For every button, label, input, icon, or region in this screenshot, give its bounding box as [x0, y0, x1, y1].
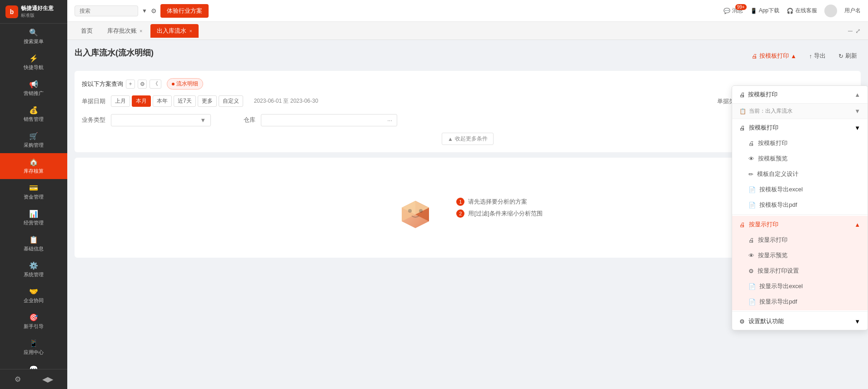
warehouse-dots[interactable]: ··· — [387, 117, 392, 124]
tab-home[interactable]: 首页 — [75, 24, 99, 38]
footer-settings-icon[interactable]: ⚙ — [15, 375, 21, 384]
operations-icon: 📊 — [29, 209, 38, 218]
sidebar-item-label-operations: 经营管理 — [24, 219, 44, 226]
dropdown-section-display-title: 🖨 按显示打印 — [739, 220, 778, 229]
export-button[interactable]: ↑ 导出 — [806, 50, 830, 62]
dropdown-item-template-pdf[interactable]: 📄 按模板导出pdf — [732, 197, 868, 213]
sidebar-item-finance[interactable]: 💳 资金管理 — [0, 179, 67, 205]
sidebar-item-basic[interactable]: 📋 基础信息 — [0, 231, 67, 257]
tab-home-label: 首页 — [81, 27, 93, 35]
topbar-gear-icon[interactable]: ⚙ — [151, 7, 157, 15]
active-filter-tag[interactable]: 流水明细 — [167, 78, 203, 90]
refresh-button[interactable]: ↻ 刷新 — [835, 50, 861, 62]
dropdown-header-title: 🖨 按模板打印 — [739, 90, 778, 99]
filter-settings-button[interactable]: ⚙ — [138, 80, 147, 89]
sidebar-item-label-shortcut: 快捷导航 — [24, 64, 44, 71]
sidebar-item-marketing[interactable]: 📢 营销推广 — [0, 75, 67, 101]
footer-collapse-icon[interactable]: ◀▶ — [42, 375, 53, 384]
tab-minimize-icon[interactable]: ─ — [848, 27, 853, 35]
shortcut-icon: ⚡ — [29, 54, 38, 63]
dropdown-item-display-preview-label: 按显示预览 — [758, 251, 788, 259]
sidebar-menu: 🔍 搜索菜单 ⚡ 快捷导航 📢 营销推广 💰 销售管理 🛒 采购管理 🏠 库存核… — [0, 24, 67, 369]
sidebar-item-shortcut[interactable]: ⚡ 快捷导航 — [0, 50, 67, 75]
warehouse-select[interactable]: ··· — [261, 114, 397, 126]
date-label: 单据日期 — [82, 97, 105, 105]
topbar-app-download[interactable]: 📱 App下载 — [750, 7, 779, 15]
dropdown-section-default-header[interactable]: ⚙ 设置默认功能 ▼ — [732, 314, 868, 329]
sidebar-item-search[interactable]: 🔍 搜索菜单 — [0, 24, 67, 50]
sidebar-item-sales[interactable]: 💰 销售管理 — [0, 101, 67, 127]
page-title: 出入库流水(流水明细) — [75, 47, 154, 58]
date-btn-this-year[interactable]: 本年 — [153, 95, 172, 107]
date-btn-more[interactable]: 更多 — [198, 95, 217, 107]
business-type-select[interactable]: ▼ — [111, 114, 211, 126]
dropdown-item-display-excel[interactable]: 📄 按显示导出excel — [732, 279, 868, 294]
topbar-message[interactable]: 💬 消息 99+ — [723, 7, 743, 15]
sidebar-item-guide[interactable]: 🎯 新手引导 — [0, 309, 67, 334]
dropdown-item-template-customize-icon: ✏ — [748, 171, 753, 178]
dropdown-item-template-customize[interactable]: ✏ 模板自定义设计 — [732, 166, 868, 182]
print-template-label: 按模板打印 — [759, 52, 789, 60]
dropdown-item-template-print-icon: 🖨 — [748, 140, 754, 147]
service-icon: 🎧 — [787, 8, 793, 14]
topbar-dropdown-chevron[interactable]: ▼ — [142, 8, 147, 14]
basic-icon: 📋 — [29, 235, 38, 244]
tab-expand-icon[interactable]: ⤢ — [855, 27, 861, 35]
date-range-text: 2023-06-01 至 2023-06-30 — [254, 97, 318, 105]
dropdown-current-chevron[interactable]: ▼ — [854, 108, 860, 115]
add-filter-button[interactable]: ＋ — [126, 80, 135, 89]
sidebar-item-cooperation[interactable]: 🤝 企业协同 — [0, 283, 67, 309]
sidebar-item-label-marketing: 营销推广 — [24, 90, 44, 97]
dropdown-item-display-preview[interactable]: 👁 按显示预览 — [732, 248, 868, 263]
dropdown-item-template-preview[interactable]: 👁 按模板预览 — [732, 151, 868, 166]
tab-batch-ledger[interactable]: 库存批次账 × — [101, 24, 149, 38]
template-section-icon: 🖨 — [739, 125, 745, 131]
dropdown-item-template-excel-icon: 📄 — [748, 186, 756, 193]
dropdown-chevron-up[interactable]: ▲ — [854, 91, 860, 98]
dropdown-section-display-header[interactable]: 🖨 按显示打印 ▲ — [732, 217, 868, 232]
collapse-more-button[interactable]: ▲ 收起更多条件 — [442, 133, 494, 145]
template-section-chevron: ▼ — [854, 125, 860, 131]
sidebar-item-wechat[interactable]: 💬 企业微信 — [0, 360, 67, 369]
sidebar-item-system[interactable]: ⚙️ 系统管理 — [0, 257, 67, 283]
purchase-icon: 🛒 — [29, 132, 38, 140]
tab-in-out-flow[interactable]: 出入库流水 × — [150, 24, 198, 38]
sidebar-item-operations[interactable]: 📊 经营管理 — [0, 205, 67, 231]
tab-batch-ledger-label: 库存批次账 — [107, 27, 137, 35]
dropdown-section-template-header[interactable]: 🖨 按模板打印 ▼ — [732, 120, 868, 135]
dropdown-item-display-settings[interactable]: ⚙ 按显示打印设置 — [732, 263, 868, 279]
date-btn-last-month[interactable]: 上月 — [111, 95, 130, 107]
dropdown-item-display-print[interactable]: 🖨 按显示打印 — [732, 232, 868, 248]
message-badge: 99+ — [735, 4, 747, 10]
sidebar-item-label-search: 搜索菜单 — [24, 38, 44, 45]
topbar-online-service[interactable]: 🎧 在线客服 — [787, 7, 817, 15]
dropdown-section-display: 🖨 按显示打印 ▲ 🖨 按显示打印 👁 按显示预览 ⚙ 按显示打印设置 — [732, 216, 868, 310]
filter-collapse-button[interactable]: 《 — [150, 80, 161, 89]
sidebar-item-label-guide: 新手引导 — [24, 323, 44, 330]
default-section-icon: ⚙ — [739, 318, 745, 325]
date-btn-custom[interactable]: 自定义 — [219, 95, 243, 107]
marketing-icon: 📢 — [29, 80, 38, 89]
username-label[interactable]: 用户名 — [844, 7, 861, 15]
search-label-text: 按以下方案查询 — [82, 80, 123, 88]
sidebar-item-appstore[interactable]: 📱 应用中心 — [0, 334, 67, 360]
tab-batch-ledger-close[interactable]: × — [140, 28, 142, 34]
app-download-label: App下载 — [759, 7, 779, 15]
dropdown-item-display-pdf[interactable]: 📄 按显示导出pdf — [732, 294, 868, 309]
topbar-search-input[interactable] — [75, 5, 138, 16]
date-btn-7days[interactable]: 近7天 — [174, 95, 196, 107]
dropdown-item-template-excel[interactable]: 📄 按模板导出excel — [732, 182, 868, 197]
user-avatar[interactable] — [824, 5, 837, 17]
dropdown-item-display-settings-label: 按显示打印设置 — [758, 267, 799, 275]
dropdown-item-template-print[interactable]: 🖨 按模板打印 — [732, 135, 868, 151]
sidebar-item-inventory[interactable]: 🏠 库存核算 — [0, 153, 67, 179]
print-template-button[interactable]: 🖨 按模板打印 ▲ — [748, 50, 800, 62]
industry-solution-button[interactable]: 体验行业方案 — [160, 4, 209, 18]
dropdown-item-template-preview-icon: 👁 — [748, 155, 754, 162]
sidebar-item-purchase[interactable]: 🛒 采购管理 — [0, 127, 67, 153]
display-section-icon: 🖨 — [739, 221, 745, 228]
date-btn-this-month[interactable]: 本月 — [132, 95, 151, 107]
tab-in-out-flow-close[interactable]: × — [189, 28, 192, 34]
sales-icon: 💰 — [29, 106, 38, 115]
empty-step-1: 1 请先选择要分析的方案 — [456, 198, 542, 206]
